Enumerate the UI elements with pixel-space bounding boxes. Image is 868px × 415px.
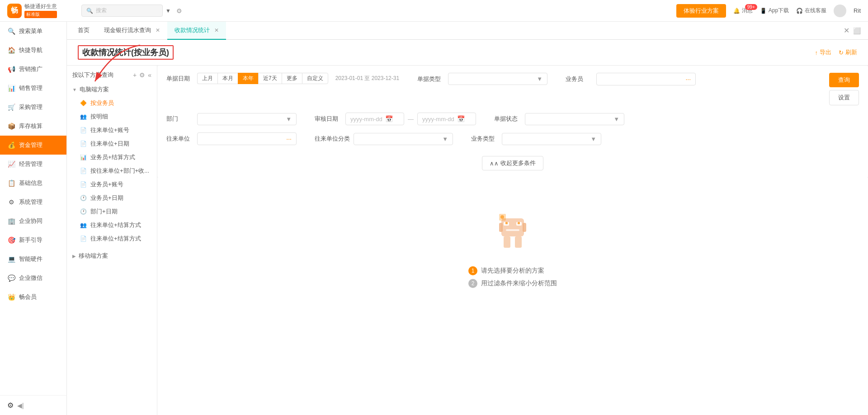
- scheme-item-unit-settle2[interactable]: 📄 往来单位+结算方式: [67, 232, 157, 245]
- date-tab-this-month[interactable]: 本月: [217, 73, 238, 84]
- tab-home[interactable]: 首页: [71, 22, 97, 40]
- calendar-start-icon: 📅: [385, 115, 393, 123]
- scheme-item-unit-settle2-label: 往来单位+结算方式: [90, 235, 141, 243]
- sidebar-item-purchase[interactable]: 🛒 采购管理: [0, 98, 66, 117]
- header-search-box[interactable]: 🔍 搜索: [81, 5, 163, 17]
- system-icon: ⚙: [7, 198, 15, 206]
- sidebar-item-wechat[interactable]: 💬 企业微信: [0, 269, 66, 288]
- sidebar-item-search[interactable]: 🔍 搜索菜单: [0, 22, 66, 41]
- online-service-button[interactable]: 🎧 在线客服: [796, 7, 826, 14]
- scheme-item-unit-settle1[interactable]: 👥 往来单位+结算方式: [67, 218, 157, 232]
- date-tab-this-year[interactable]: 本年: [238, 73, 258, 84]
- receipt-tab-close-icon[interactable]: ✕: [214, 27, 219, 33]
- voucher-type-select[interactable]: ▼: [448, 73, 547, 85]
- scheme-group-mobile: ▶ 移动端方案: [67, 249, 157, 266]
- counterpart-more-icon[interactable]: ···: [286, 135, 292, 142]
- sidebar-item-basic[interactable]: 📋 基础信息: [0, 174, 66, 193]
- date-tab-custom[interactable]: 自定义: [302, 73, 328, 84]
- search-icon: 🔍: [86, 8, 93, 14]
- bank-tab-close-icon[interactable]: ✕: [156, 27, 160, 33]
- sidebar-item-guide[interactable]: 🎯 新手引导: [0, 231, 66, 250]
- audit-date-start-input[interactable]: yyyy-mm-dd 📅: [345, 113, 404, 125]
- sidebar-item-operation[interactable]: 📈 经营管理: [0, 155, 66, 174]
- tab-bar: 首页 现金银行流水查询 ✕ 收款情况统计 ✕ ✕ ⬜: [67, 22, 868, 40]
- top-header: 畅 畅捷通好生意 标准版 🔍 搜索 ▼ ⚙ 体验行业方案 🔔 消息 99+ 📱 …: [0, 0, 868, 22]
- scheme-collapse-icon[interactable]: «: [148, 71, 151, 79]
- collapse-button[interactable]: ∧∧ 收起更多条件: [482, 156, 543, 170]
- sidebar-item-inventory-label: 库存核算: [19, 122, 42, 130]
- scheme-item-salesperson-settle[interactable]: 📊 业务员+结算方式: [67, 151, 157, 164]
- sidebar-settings-icon[interactable]: ⚙: [7, 401, 14, 410]
- collapse-row: ∧∧ 收起更多条件: [166, 152, 859, 170]
- date-separator: —: [408, 116, 414, 123]
- audit-date-end-input[interactable]: yyyy-mm-dd 📅: [417, 113, 476, 125]
- scheme-item-by-detail[interactable]: 👥 按明细: [67, 110, 157, 123]
- scheme-item-salesperson-label: 按业务员: [90, 99, 114, 107]
- sidebar-item-enterprise[interactable]: 🏢 企业协同: [0, 212, 66, 231]
- settings-button[interactable]: 设置: [829, 90, 859, 105]
- header-dropdown-icon[interactable]: ▼: [165, 8, 171, 14]
- salesperson-settle-icon: 📊: [80, 154, 87, 161]
- settings-gear-icon[interactable]: ⚙: [176, 7, 182, 14]
- user-avatar[interactable]: [834, 5, 846, 17]
- scheme-item-dept-date-label: 部门+日期: [90, 208, 118, 216]
- refresh-button[interactable]: ↻ 刷新: [839, 48, 857, 57]
- date-tab-last7[interactable]: 近7天: [258, 73, 282, 84]
- messages-button[interactable]: 🔔 消息 99+: [733, 7, 753, 14]
- trial-button[interactable]: 体验行业方案: [676, 4, 726, 18]
- salesperson-more-icon[interactable]: ···: [685, 75, 691, 83]
- filter-container: 单据日期 上月 本月 本年 近7天 更多 自定义 2023-01-01 至 20…: [157, 66, 868, 178]
- dept-group: 部门 ▼: [166, 113, 297, 125]
- empty-tip-1-label: 请先选择要分析的方案: [481, 267, 544, 275]
- scheme-settings-icon[interactable]: ⚙: [139, 71, 145, 79]
- basic-icon: 📋: [7, 179, 15, 187]
- sidebar-item-marketing[interactable]: 📢 营销推广: [0, 60, 66, 79]
- sidebar-collapse-icon[interactable]: ◀|: [17, 402, 24, 409]
- sidebar-item-hardware[interactable]: 💻 智能硬件: [0, 250, 66, 269]
- sidebar-item-sales-label: 销售管理: [19, 84, 42, 92]
- scheme-group-pc-title[interactable]: ▼ 电脑端方案: [67, 83, 157, 96]
- counterpart-category-group: 往来单位分类 ▼: [315, 133, 453, 145]
- tab-bank[interactable]: 现金银行流水查询 ✕: [97, 22, 167, 40]
- scheme-item-salesperson-date[interactable]: 🕐 业务员+日期: [67, 191, 157, 205]
- counterpart-select[interactable]: ···: [197, 132, 297, 145]
- svg-rect-5: [506, 229, 519, 231]
- scheme-item-dept-date[interactable]: 🕐 部门+日期: [67, 205, 157, 218]
- salesperson-select[interactable]: ···: [596, 73, 696, 85]
- salesperson-filter-label: 业务员: [566, 75, 593, 83]
- sidebar-item-quick[interactable]: 🏠 快捷导航: [0, 41, 66, 60]
- sidebar-item-inventory[interactable]: 📦 库存核算: [0, 117, 66, 136]
- sidebar-item-member[interactable]: 👑 畅会员: [0, 288, 66, 307]
- scheme-item-unit-date-label: 往来单位+日期: [90, 140, 129, 148]
- scheme-item-unit-account[interactable]: 📄 往来单位+账号: [67, 123, 157, 137]
- query-button[interactable]: 查询: [829, 73, 859, 87]
- tab-close-window-icon[interactable]: ✕: [844, 26, 849, 35]
- tab-maximize-icon[interactable]: ⬜: [853, 27, 861, 34]
- business-type-select[interactable]: ▼: [502, 133, 601, 145]
- sidebar-item-system[interactable]: ⚙ 系统管理: [0, 193, 66, 212]
- scheme-item-unit-dept[interactable]: 📄 按往来单位+部门+收...: [67, 164, 157, 178]
- sidebar-item-member-label: 畅会员: [19, 293, 37, 301]
- refresh-icon: ↻: [839, 49, 844, 56]
- app-download-button[interactable]: 📱 App下载: [760, 7, 789, 14]
- scheme-header-label: 按以下方案查询: [72, 71, 113, 79]
- main-layout: 🔍 搜索菜单 🏠 快捷导航 📢 营销推广 📊 销售管理 🛒 采购管理 📦 库存核…: [0, 22, 868, 415]
- scheme-item-by-salesperson[interactable]: 🔶 按业务员: [67, 96, 157, 110]
- date-tab-prev-month[interactable]: 上月: [197, 73, 217, 84]
- date-tab-more[interactable]: 更多: [282, 73, 302, 84]
- audit-date-label: 审核日期: [315, 115, 342, 123]
- bank-tab-label: 现金银行流水查询: [104, 26, 151, 34]
- home-tab-label: 首页: [78, 26, 90, 34]
- scheme-group-mobile-title[interactable]: ▶ 移动端方案: [67, 249, 157, 263]
- export-button[interactable]: ↑ 导出: [815, 48, 832, 57]
- sidebar-item-sales[interactable]: 📊 销售管理: [0, 79, 66, 98]
- voucher-status-select[interactable]: ▼: [525, 113, 624, 125]
- sidebar-item-marketing-label: 营销推广: [19, 65, 42, 73]
- scheme-item-salesperson-account[interactable]: 📄 业务员+账号: [67, 178, 157, 191]
- dept-select[interactable]: ▼: [197, 113, 297, 125]
- scheme-add-icon[interactable]: +: [133, 71, 137, 79]
- tab-receipt[interactable]: 收款情况统计 ✕: [167, 22, 226, 40]
- counterpart-category-select[interactable]: ▼: [354, 133, 453, 145]
- scheme-item-unit-date[interactable]: 📄 往来单位+日期: [67, 137, 157, 151]
- sidebar-item-finance[interactable]: 💰 资金管理: [0, 136, 66, 155]
